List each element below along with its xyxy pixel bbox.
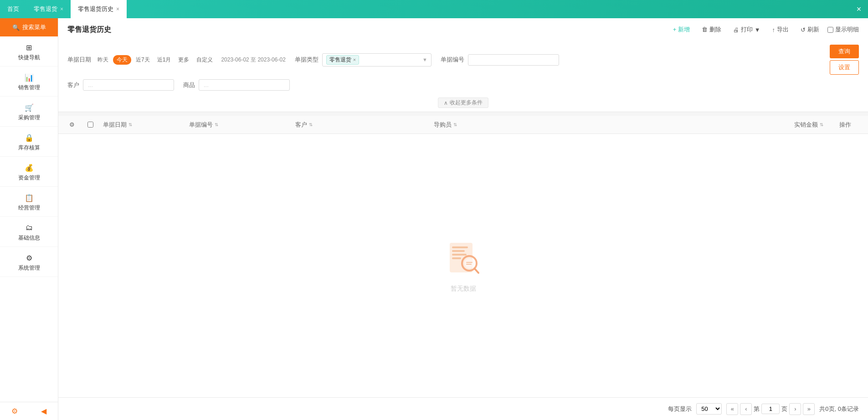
first-page-button[interactable]: «: [726, 403, 738, 415]
print-icon: 🖨: [733, 26, 739, 33]
window-close-button[interactable]: ×: [850, 0, 868, 18]
sidebar-item-base-info[interactable]: 🗂 基础信息: [0, 217, 58, 247]
refresh-button[interactable]: ↺ 刷新: [797, 24, 823, 36]
sidebar-menu: ⊞ 快捷导航 📊 销售管理 🛒 采购管理 🔒 库存核算 💰 资金管理 📋: [0, 36, 58, 402]
select-all-checkbox[interactable]: [87, 122, 93, 128]
table-area: ⚙ 单据日期 ⇅ 单据编号 ⇅ 客户 ⇅ 导购员: [58, 116, 868, 397]
show-detail-checkbox[interactable]: [827, 27, 833, 33]
page-title-row: 零售退货历史 + 新增 🗑 删除 🖨 打印 ▼ ↑ 导出 ↺: [67, 24, 859, 40]
tab-retail-return[interactable]: 零售退货 ×: [26, 0, 71, 18]
refresh-label: 刷新: [807, 26, 819, 34]
svg-rect-4: [452, 257, 461, 259]
action-buttons: 查询 设置: [830, 45, 859, 75]
refresh-icon: ↺: [801, 26, 806, 33]
th-bill-no-label: 单据编号: [189, 121, 213, 129]
date-opt-today[interactable]: 今天: [113, 55, 131, 65]
tab-home[interactable]: 首页: [0, 0, 26, 18]
sidebar-item-system-mgmt-label: 系统管理: [18, 264, 40, 272]
svg-line-7: [474, 268, 478, 273]
bill-type-select[interactable]: 零售退货 × ▼: [322, 53, 431, 67]
next-page-button[interactable]: ›: [789, 403, 801, 415]
page-label: 第: [754, 405, 760, 413]
tab-retail-return-close[interactable]: ×: [60, 6, 63, 12]
sidebar-item-purchase-mgmt[interactable]: 🛒 采购管理: [0, 97, 58, 127]
inventory-icon: 🔒: [25, 133, 34, 142]
bill-type-tag-value: 零售退货: [329, 56, 351, 64]
prev-page-button[interactable]: ‹: [740, 403, 752, 415]
collapse-bar: ∧ 收起更多条件: [67, 95, 859, 112]
bill-no-filter: 单据编号: [441, 54, 559, 66]
tab-retail-return-history-close[interactable]: ×: [116, 6, 119, 12]
finance-icon: 💰: [25, 163, 34, 172]
tab-retail-return-history-label: 零售退货历史: [78, 5, 113, 13]
date-opt-7days[interactable]: 近7天: [133, 55, 153, 65]
th-bill-date[interactable]: 单据日期 ⇅: [99, 121, 185, 129]
collapse-sidebar-icon[interactable]: ◀: [41, 407, 46, 415]
sidebar-item-quick-nav-label: 快捷导航: [18, 54, 40, 61]
new-button[interactable]: + 新增: [669, 24, 693, 36]
sidebar-item-operations[interactable]: 📋 经营管理: [0, 187, 58, 217]
th-amount-sort: ⇅: [820, 122, 823, 127]
th-checkbox[interactable]: [81, 122, 99, 128]
export-button[interactable]: ↑ 导出: [769, 24, 793, 36]
sidebar-search[interactable]: 🔍 搜索菜单: [0, 18, 58, 36]
query-button[interactable]: 查询: [830, 45, 859, 58]
sidebar-item-base-info-label: 基础信息: [18, 234, 40, 242]
th-customer-label: 客户: [295, 121, 307, 129]
th-amount[interactable]: 实销金额 ⇅: [741, 121, 827, 129]
th-guide[interactable]: 导购员 ⇅: [430, 121, 536, 129]
goods-label: 商品: [183, 81, 195, 89]
page-number-input[interactable]: [761, 404, 780, 414]
filter-settings-button[interactable]: 设置: [830, 60, 859, 75]
sidebar-item-quick-nav[interactable]: ⊞ 快捷导航: [0, 36, 58, 67]
empty-illustration: [443, 238, 484, 279]
total-label: 共0页, 0条记录: [819, 405, 859, 413]
sidebar-item-purchase-mgmt-label: 采购管理: [18, 114, 40, 122]
sidebar-item-sales-mgmt[interactable]: 📊 销售管理: [0, 67, 58, 97]
per-page-select[interactable]: 50 100 200: [696, 403, 722, 415]
bill-type-filter: 单据类型 零售退货 × ▼: [295, 53, 431, 67]
print-button[interactable]: 🖨 打印 ▼: [729, 24, 764, 36]
date-opt-1month[interactable]: 近1月: [154, 55, 174, 65]
customer-filter: 客户 ...: [67, 79, 174, 91]
svg-point-6: [464, 258, 474, 268]
sidebar-item-sales-mgmt-label: 销售管理: [18, 84, 40, 92]
date-opt-yesterday[interactable]: 昨天: [95, 55, 111, 65]
sidebar-item-finance[interactable]: 💰 资金管理: [0, 157, 58, 187]
quick-nav-icon: ⊞: [25, 43, 34, 52]
sidebar-search-label: 搜索菜单: [22, 23, 46, 31]
per-page-label: 每页显示: [668, 405, 692, 413]
bill-no-input[interactable]: [468, 54, 559, 66]
collapse-button[interactable]: ∧ 收起更多条件: [438, 97, 488, 108]
show-detail-label[interactable]: 显示明细: [827, 26, 859, 34]
content-area: 零售退货历史 + 新增 🗑 删除 🖨 打印 ▼ ↑ 导出 ↺: [58, 18, 868, 420]
sidebar-item-system-mgmt[interactable]: ⚙ 系统管理: [0, 247, 58, 277]
th-bill-no[interactable]: 单据编号 ⇅: [185, 121, 291, 129]
bill-date-label: 单据日期: [67, 56, 91, 64]
goods-input[interactable]: ...: [199, 79, 290, 91]
svg-rect-3: [452, 254, 467, 256]
tab-retail-return-label: 零售退货: [34, 5, 57, 13]
print-label: 打印: [741, 26, 753, 34]
settings-bottom-icon[interactable]: ⚙: [11, 407, 18, 415]
date-opt-more[interactable]: 更多: [175, 55, 192, 65]
th-guide-sort: ⇅: [453, 122, 457, 127]
customer-label: 客户: [67, 81, 79, 89]
page-nav: « ‹ 第 页 › »: [726, 403, 815, 415]
column-settings-icon[interactable]: ⚙: [69, 121, 75, 128]
page-unit-label: 页: [781, 405, 787, 413]
sidebar-item-inventory[interactable]: 🔒 库存核算: [0, 127, 58, 157]
purchase-mgmt-icon: 🛒: [25, 103, 34, 112]
th-settings[interactable]: ⚙: [63, 121, 81, 128]
th-customer[interactable]: 客户 ⇅: [292, 121, 431, 129]
tab-retail-return-history[interactable]: 零售退货历史 ×: [71, 0, 127, 18]
date-opt-custom[interactable]: 自定义: [194, 55, 216, 65]
customer-input[interactable]: ...: [83, 79, 174, 91]
bill-type-tag-close[interactable]: ×: [353, 57, 356, 62]
sidebar-item-operations-label: 经营管理: [18, 204, 40, 212]
collapse-icon: ∧: [444, 100, 448, 106]
delete-button[interactable]: 🗑 删除: [698, 24, 725, 36]
last-page-button[interactable]: »: [803, 403, 815, 415]
pagination-bar: 每页显示 50 100 200 « ‹ 第 页 › » 共0页, 0条记录: [58, 397, 868, 420]
bill-date-filter: 单据日期 昨天 今天 近7天 近1月 更多 自定义 2023-06-02 至 2…: [67, 55, 286, 65]
